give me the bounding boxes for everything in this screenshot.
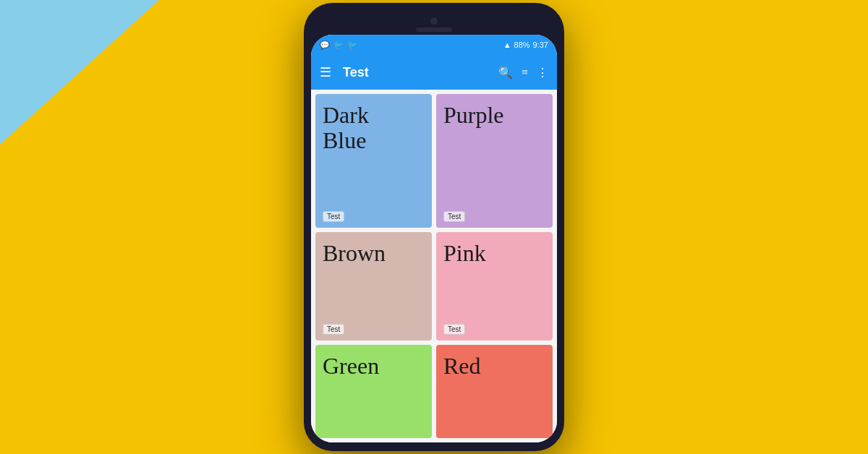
app-bar-right: 🔍 ≡ ⋮ <box>498 66 548 80</box>
card-pink[interactable]: Pink Test <box>436 232 553 340</box>
app-bar-left: ☰ Test <box>320 64 369 80</box>
card-red-title: Red <box>443 354 545 379</box>
status-right-area: ▲ 88% 9:37 <box>503 40 548 49</box>
wifi-signal-icon: ▲ <box>503 40 511 49</box>
card-green-title: Green <box>323 354 425 379</box>
time-display: 9:37 <box>533 40 548 49</box>
search-icon[interactable]: 🔍 <box>498 66 513 80</box>
card-brown[interactable]: Brown Test <box>315 232 432 340</box>
app-title: Test <box>343 65 369 80</box>
phone-speaker <box>416 27 452 32</box>
card-dark-blue-title: DarkBlue <box>323 103 425 153</box>
hamburger-menu-icon[interactable]: ☰ <box>320 64 331 80</box>
color-cards-grid: DarkBlue Test Purple Test Brown Test Pin… <box>311 90 557 442</box>
card-purple[interactable]: Purple Test <box>436 94 553 228</box>
list-view-icon[interactable]: ≡ <box>522 66 528 79</box>
card-purple-title: Purple <box>443 103 545 128</box>
card-purple-tag: Test <box>443 211 465 222</box>
more-options-icon[interactable]: ⋮ <box>537 66 548 80</box>
phone-device: 💬 🐦 🐦 ▲ 88% 9:37 ☰ Test 🔍 ≡ ⋮ <box>304 3 564 451</box>
phone-top-hardware <box>311 12 557 35</box>
status-notification-icons: 💬 🐦 🐦 <box>320 40 357 50</box>
status-bar: 💬 🐦 🐦 ▲ 88% 9:37 <box>311 35 557 55</box>
twitter-icon-2: 🐦 <box>347 40 357 50</box>
phone-camera <box>430 17 438 25</box>
card-pink-title: Pink <box>443 241 545 266</box>
battery-level: 88% <box>514 40 530 49</box>
message-icon: 💬 <box>320 40 330 50</box>
twitter-icon-1: 🐦 <box>333 40 344 50</box>
card-brown-tag: Test <box>323 324 344 335</box>
card-dark-blue-tag: Test <box>323 211 344 222</box>
card-red[interactable]: Red <box>436 345 553 438</box>
card-dark-blue[interactable]: DarkBlue Test <box>315 94 432 228</box>
app-toolbar: ☰ Test 🔍 ≡ ⋮ <box>311 55 557 90</box>
card-brown-title: Brown <box>323 241 425 266</box>
background-corner <box>0 0 159 145</box>
card-pink-tag: Test <box>443 324 465 335</box>
phone-screen: 💬 🐦 🐦 ▲ 88% 9:37 ☰ Test 🔍 ≡ ⋮ <box>311 35 557 442</box>
card-green[interactable]: Green <box>315 345 432 438</box>
